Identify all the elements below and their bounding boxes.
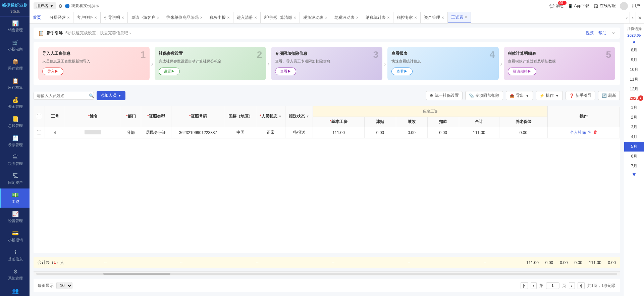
month-3[interactable]: 3月 [624, 122, 644, 132]
close-tab-salary[interactable]: ✕ [465, 15, 467, 19]
newguide-btn[interactable]: ❓ 新手引导 [566, 91, 595, 100]
sidebar-item-expense[interactable]: 💳 小畅报销 [0, 227, 30, 246]
month-1[interactable]: 1月 [624, 103, 644, 113]
topbar-app-download[interactable]: 📱 App下载 [568, 3, 589, 9]
sidebar-item-assets[interactable]: 🏗 固定资产 [0, 170, 30, 188]
per-page-select[interactable]: 10 20 50 [56, 282, 72, 289]
tab-guide[interactable]: 引导说明 ✕ [101, 12, 128, 23]
sidebar-item-ecommerce[interactable]: 🛒 小畅电商 [0, 36, 30, 55]
tab-clear[interactable]: 进入清册 ✕ [233, 12, 261, 23]
scrollbar-thumb[interactable] [103, 273, 170, 275]
navtab-prev[interactable]: ‹ [624, 12, 630, 23]
close-tab-tax-stat[interactable]: ✕ [387, 16, 390, 19]
navtab-next[interactable]: › [630, 12, 636, 23]
tab-tax-expert[interactable]: 税控专家 ✕ [393, 12, 421, 23]
close-tab-contact[interactable]: ✕ [94, 16, 97, 19]
sidebar-item-tax[interactable]: 🏛 税务管理 [0, 151, 30, 170]
month-5[interactable]: 5月 [624, 142, 644, 152]
search-input[interactable] [37, 93, 87, 98]
close-tab-product-code[interactable]: ✕ [200, 16, 203, 19]
social-security-btn[interactable]: ⚙ 统一社保设置 [426, 91, 463, 100]
sidebar-item-purchase[interactable]: 📦 采购管理 [0, 55, 30, 74]
tab-home[interactable]: 首页 [30, 12, 46, 23]
month-12[interactable]: 12月 [624, 84, 644, 94]
intro-video-link[interactable]: 视频 [586, 30, 594, 36]
tab-assets[interactable]: 资产管理 ✕ [421, 12, 448, 23]
topbar-gear[interactable]: ⚙ [58, 3, 63, 9]
report-filter-icon[interactable]: ▼ [306, 115, 309, 118]
tab-tax-wave[interactable]: 纳税波动表 ✕ [331, 12, 362, 23]
row-checkbox[interactable] [37, 130, 41, 134]
sidebar-item-sales[interactable]: 📊 销售管理 [0, 17, 30, 36]
month-nav-up[interactable]: ▲ [631, 38, 638, 45]
topbar-demo[interactable]: 🔵 我要看实例演示 [65, 3, 99, 9]
export-btn[interactable]: 📤 导出 ▼ [506, 91, 533, 100]
sidebar-item-collab[interactable]: 👥 企业协同 [0, 284, 30, 296]
month-8[interactable]: 8月 [624, 45, 644, 55]
topbar-user[interactable]: 用户名 ▼ [34, 2, 56, 9]
month-7[interactable]: 7月 [624, 161, 644, 171]
topbar-msg[interactable]: 💬 消息 99+ [549, 3, 564, 9]
close-tab-tax-expert[interactable]: ✕ [414, 16, 417, 19]
sidebar-item-invoice[interactable]: 🧾 发票管理 [0, 132, 30, 151]
intro-close-btn[interactable]: ✕ [612, 31, 615, 36]
close-tab-tax-report[interactable]: ✕ [227, 16, 230, 19]
sidebar-item-finance[interactable]: 💰 资金管理 [0, 93, 30, 113]
tab-tax-report[interactable]: 税务申报 ✕ [206, 12, 233, 23]
sidebar-item-basic[interactable]: ℹ 基础信息 [0, 246, 30, 265]
month-11[interactable]: 11月 [624, 75, 644, 84]
month-9[interactable]: 9月 [624, 55, 644, 65]
tab-product-code[interactable]: 往来单位商品编码 ✕ [163, 12, 206, 23]
close-tab-layered[interactable]: ✕ [67, 16, 70, 19]
tab-contact[interactable]: 客户联络 ✕ [73, 12, 101, 23]
month-nav-down[interactable]: ▼ [631, 171, 638, 178]
tab-income-tax[interactable]: 所得税汇算清缴 ✕ [261, 12, 300, 23]
page-first-btn[interactable]: |‹ [521, 282, 528, 289]
close-tab-guide[interactable]: ✕ [121, 16, 124, 19]
tab-salary[interactable]: 工资表 ✕ [448, 12, 471, 23]
topbar-avatar[interactable] [620, 2, 628, 10]
month-4[interactable]: 4月 [624, 132, 644, 142]
special-deduction-btn[interactable]: 📎 专项附加扣除 [465, 91, 503, 100]
navtab-close-all[interactable]: ✕ [636, 12, 644, 23]
tab-tax-burden[interactable]: 税负波动表 ✕ [300, 12, 331, 23]
close-tab-tax-wave[interactable]: ✕ [356, 16, 359, 19]
close-tab-tax-burden[interactable]: ✕ [325, 16, 327, 19]
month-2[interactable]: 2月 [624, 113, 644, 122]
topbar-support[interactable]: 🎧 在线客服 [593, 3, 616, 9]
sidebar-item-system[interactable]: ⚙ 系统管理 [0, 265, 30, 284]
close-tab-income-tax[interactable]: ✕ [293, 16, 296, 19]
operation-btn[interactable]: ⚡ 操作 ▼ [536, 91, 563, 100]
add-person-button[interactable]: 添加人员 ▼ [97, 91, 125, 100]
tab-layered[interactable]: 分层经营 ✕ [46, 12, 73, 23]
sidebar-item-ledger[interactable]: 📒 总账管理 [0, 113, 30, 132]
month-6[interactable]: 6月 [624, 152, 644, 161]
page-last-btn[interactable]: ›| [578, 282, 585, 289]
step-btn-3[interactable]: 查看▶ [275, 68, 296, 75]
page-next-btn[interactable]: › [569, 282, 575, 289]
topbar-username[interactable]: 用户 [632, 3, 640, 9]
intro-help-link[interactable]: 帮助 [598, 30, 606, 36]
search-icon[interactable]: 🔍 [89, 93, 94, 98]
close-tab-clear[interactable]: ✕ [254, 16, 257, 19]
sidebar-item-salary[interactable]: 💵 工资 [0, 188, 30, 208]
step-btn-4[interactable]: 查看▶ [391, 68, 413, 75]
step-btn-2[interactable]: 设置▶ [159, 68, 180, 75]
status-filter-icon[interactable]: ▼ [278, 115, 282, 118]
step-btn-5[interactable]: 敬请期待▶ [508, 68, 536, 75]
page-prev-btn[interactable]: ‹ [531, 282, 537, 289]
year-2025[interactable]: 2025 ● [624, 94, 644, 103]
close-tab-invite[interactable]: ✕ [157, 16, 159, 19]
tab-invite[interactable]: 邀请下游客户 ✕ [128, 12, 163, 23]
step-btn-1[interactable]: 导入▶ [42, 68, 63, 75]
op-edit[interactable]: ✎ [588, 130, 591, 135]
op-personal-insurance[interactable]: 个人社保 [570, 130, 586, 135]
close-tab-assets[interactable]: ✕ [441, 16, 444, 19]
month-10[interactable]: 10月 [624, 65, 644, 75]
page-input[interactable] [546, 282, 559, 289]
select-all-checkbox[interactable] [37, 114, 41, 118]
op-delete[interactable]: 🗑 [593, 130, 597, 135]
refresh-btn[interactable]: 🔄 刷新 [598, 91, 620, 100]
sidebar-item-inventory[interactable]: 📋 库存核算 [0, 74, 30, 93]
tab-tax-stat[interactable]: 纳税统计表 ✕ [362, 12, 393, 23]
